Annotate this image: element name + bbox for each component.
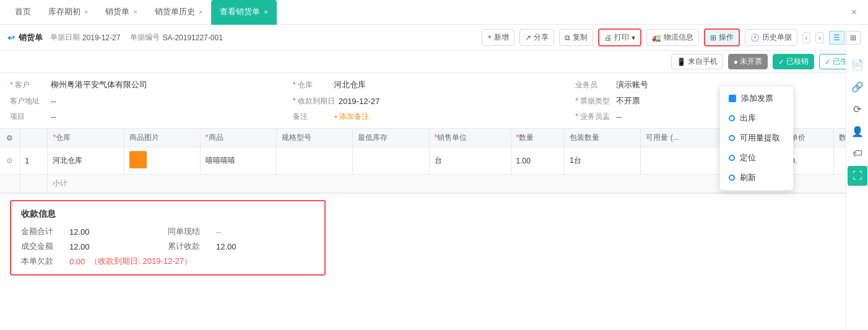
prev-record-button[interactable]: ‹ (802, 32, 811, 43)
logistics-button[interactable]: 🚛 物流信息 (646, 29, 699, 46)
close-sales-tab[interactable]: × (133, 8, 137, 15)
sidebar-link-icon[interactable]: 🔗 (848, 77, 867, 97)
copy-button[interactable]: ⧉ 复制 (559, 29, 593, 46)
sidebar-user-icon[interactable]: 👤 (848, 121, 867, 141)
td-package-qty: 1台 (565, 147, 641, 175)
doc-type-label: 销货单 (19, 32, 43, 43)
truck-icon: 🚛 (652, 33, 661, 42)
dropdown-refresh[interactable]: 刷新 (720, 168, 793, 188)
ticket-type-row: 票据类型 不开票 (575, 95, 858, 106)
project-label: 项目 (10, 111, 47, 122)
doc-number-group: 单据编号 SA-20191227-001 (130, 32, 222, 43)
sidebar-tag-icon[interactable]: 🏷 (848, 144, 867, 163)
salesperson-row: 业务员盂 -- (575, 111, 858, 122)
due-date-label: 收款到期日 (293, 96, 335, 106)
warehouse-value: 河北仓库 (334, 79, 366, 90)
salesperson-label: 业务员盂 (575, 111, 612, 122)
sidebar-fullscreen-icon[interactable]: ⛶ (848, 166, 867, 186)
td-index: 1 (20, 147, 48, 175)
accumulated-row: 累计收款 12.00 (168, 241, 315, 252)
operation-button[interactable]: ⊞ 操作 (704, 28, 740, 46)
tab-sales-order[interactable]: 销货单 × (97, 0, 145, 25)
warehouse-row: 仓库 河北仓库 (293, 79, 576, 90)
history-button[interactable]: 🕐 历史单据 (745, 29, 797, 46)
print-dropdown-arrow: ▾ (631, 33, 635, 42)
sidebar-sync-icon[interactable]: ⟳ (848, 99, 867, 119)
next-record-button[interactable]: › (815, 32, 824, 43)
dropdown-locate[interactable]: 定位 (720, 148, 793, 168)
amount-total-row: 金额合计 12.00 (21, 226, 168, 237)
th-product: *商品 (200, 129, 276, 147)
due-date-value: 2019-12-27 (339, 97, 380, 106)
td-warehouse: 河北仓库 (48, 147, 124, 175)
phone-icon: 📱 (677, 58, 686, 66)
doc-header: ↩ 销货单 单据日期 2019-12-27 单据编号 SA-20191227-0… (0, 25, 868, 51)
plus-icon: + (334, 113, 338, 121)
customer-row: 客户 柳州粤港平安气体有限公司 (10, 79, 293, 90)
operation-dropdown: 添加发票 出库 可用量提取 定位 刷新 (719, 85, 794, 191)
share-button[interactable]: ↗ 分享 (519, 29, 554, 46)
close-inventory-tab[interactable]: × (84, 8, 88, 15)
note-label: 备注 (293, 111, 330, 122)
window-close-button[interactable]: × (846, 7, 862, 18)
same-order-value: -- (216, 227, 222, 237)
balance-label: 本单欠款 (21, 256, 64, 267)
td-product-img (124, 147, 200, 175)
th-sales-unit: *销售单位 (429, 129, 511, 147)
refresh-icon (729, 175, 735, 181)
dropdown-available-pickup[interactable]: 可用量提取 (720, 128, 793, 148)
tab-inventory-init[interactable]: 库存期初 × (40, 0, 97, 25)
td-sales-unit: 台 (429, 147, 511, 175)
td-min-stock (353, 147, 429, 175)
balance-value: 0.00 (69, 257, 85, 266)
payment-box: 收款信息 金额合计 12.00 同单现结 -- 成交金额 12.00 累计收款 … (10, 200, 326, 276)
th-quantity: *数量 (511, 129, 565, 147)
th-index (20, 129, 48, 147)
copy-icon: ⧉ (565, 33, 570, 42)
same-order-row: 同单现结 -- (168, 226, 315, 237)
th-product-img: 商品图片 (124, 129, 200, 147)
close-view-tab[interactable]: × (264, 8, 267, 15)
tab-sales-history[interactable]: 销货单历史 × (146, 0, 211, 25)
address-value: -- (51, 97, 56, 106)
new-button[interactable]: + 新增 (482, 29, 514, 46)
td-quantity: 1.00 (511, 147, 565, 175)
balance-row: 本单欠款 0.00 （收款到期日: 2019-12-27） (21, 256, 315, 267)
customer-label: 客户 (10, 80, 47, 90)
doc-title: ↩ 销货单 (7, 32, 43, 43)
tab-view-sales[interactable]: 查看销货单 × (211, 0, 276, 25)
th-package-qty: 包装数量 (565, 129, 641, 147)
td-settings: ⚙ (0, 147, 20, 175)
confirmed-button[interactable]: ✓ 已核销 (773, 54, 814, 69)
add-note-button[interactable]: + 添加备注 (334, 111, 369, 122)
accumulated-label: 累计收款 (168, 241, 211, 252)
list-view-button[interactable]: ☰ (829, 31, 844, 45)
th-spec: 规格型号 (277, 129, 353, 147)
accumulated-value: 12.00 (216, 242, 237, 251)
staff-row: 业务员 演示账号 (575, 79, 858, 90)
payment-title: 收款信息 (21, 209, 315, 220)
sidebar-document-icon[interactable]: 📄 (848, 54, 867, 74)
invoice-icon: ● (734, 58, 738, 66)
th-settings: ⚙ (0, 129, 20, 147)
right-toolbar: + 新增 ↗ 分享 ⧉ 复制 🖨 打印 ▾ 🚛 物流信息 ⊞ 操作 (482, 28, 861, 46)
doc-date-group: 单据日期 2019-12-27 (50, 32, 120, 43)
sub-toolbar: 📱 来自手机 ● 未开票 ✓ 已核销 ✓ 已生效 (0, 51, 868, 73)
tab-home[interactable]: 首页 (6, 0, 40, 25)
from-phone-button[interactable]: 📱 来自手机 (671, 54, 723, 69)
amount-total-value: 12.00 (69, 227, 90, 237)
print-button[interactable]: 🖨 打印 ▾ (598, 28, 641, 46)
locate-icon (729, 155, 735, 161)
share-icon: ↗ (525, 33, 531, 42)
close-history-tab[interactable]: × (199, 8, 202, 15)
project-row: 项目 -- (10, 111, 293, 122)
transaction-value: 12.00 (69, 242, 90, 251)
address-label: 客户地址 (10, 96, 47, 106)
dropdown-out-warehouse[interactable]: 出库 (720, 108, 793, 128)
th-min-stock: 最低库存 (353, 129, 429, 147)
not-open-button[interactable]: ● 未开票 (728, 54, 768, 69)
th-warehouse: *仓库 (48, 129, 124, 147)
dropdown-add-invoice[interactable]: 添加发票 (720, 89, 793, 108)
grid-view-button[interactable]: ⊞ (846, 31, 861, 45)
address-row: 客户地址 -- (10, 95, 293, 106)
